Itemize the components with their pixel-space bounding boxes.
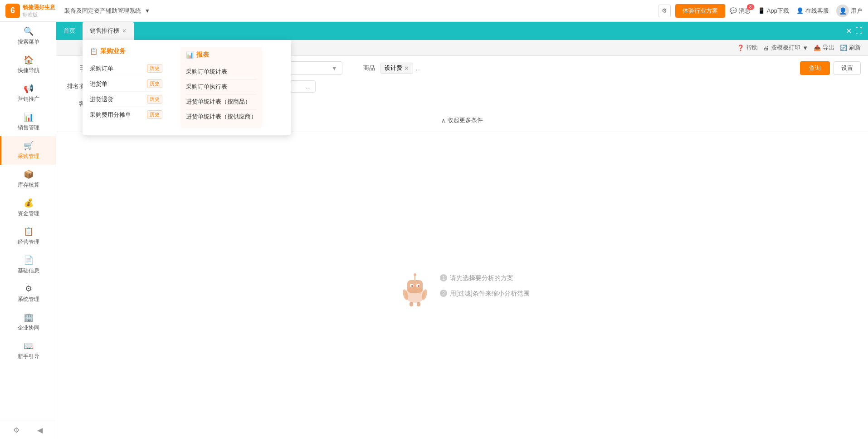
- help-icon: ❓: [737, 44, 744, 51]
- tab-sales-rank[interactable]: 销售排行榜 ✕: [83, 22, 134, 40]
- search-icon: 🔍: [24, 26, 34, 36]
- dropdown-item-incoming[interactable]: 进货单 历史: [90, 76, 162, 92]
- top-bar: 6 畅捷通好生意 标准版 装备及固定资产辅助管理系统 ▼ ⚙ 体验行业方案 💬 …: [0, 0, 868, 22]
- print-icon: 🖨: [763, 44, 769, 51]
- history-tag-3: 历史: [147, 110, 162, 119]
- empty-state: 1 请先选择要分析的方案 2 用[过滤]条件来缩小分析范围: [395, 267, 530, 304]
- main-layout: 🔍 搜索菜单 🏠 快捷导航 📢 营销推广 📊 销售管理 🛒 采购管理 📦 库存核…: [0, 22, 868, 439]
- settings-icon-btn[interactable]: ⚙: [658, 5, 671, 17]
- tab-bar: 首页 销售排行榜 ✕ 📋 采购业务: [56, 22, 868, 40]
- purchase-report-col: 📊 报表 采购订单统计表 采购订单执行表 进货单统计表（按商品） 进货单统计表（…: [180, 47, 262, 128]
- goods-dots[interactable]: ...: [416, 65, 421, 72]
- sales-icon: 📊: [24, 112, 34, 122]
- dropdown-report-3[interactable]: 进货单统计表（按商品）: [186, 94, 257, 109]
- sidebar: 🔍 搜索菜单 🏠 快捷导航 📢 营销推广 📊 销售管理 🛒 采购管理 📦 库存核…: [0, 22, 56, 439]
- help-btn[interactable]: ❓ 帮助: [737, 44, 758, 52]
- enterprise-icon: 🏢: [24, 312, 34, 322]
- dropdown-report-4[interactable]: 进货单统计表（按供应商）: [186, 109, 257, 124]
- sidebar-item-purchase[interactable]: 🛒 采购管理: [0, 136, 56, 165]
- dropdown-report-1[interactable]: 采购订单统计表: [186, 64, 257, 79]
- message-badge: 8: [747, 4, 754, 10]
- sidebar-item-search[interactable]: 🔍 搜索菜单: [0, 22, 56, 50]
- history-tag-0: 历史: [147, 64, 162, 73]
- inventory-icon: 📦: [24, 169, 34, 179]
- app-download-label: App下载: [767, 7, 789, 15]
- print-template-btn[interactable]: 🖨 按模板打印 ▼: [763, 44, 808, 52]
- sidebar-item-enterprise[interactable]: 🏢 企业协同: [0, 308, 56, 336]
- report-icon: 📊: [186, 51, 194, 59]
- user-name: 用户: [851, 7, 863, 15]
- sidebar-item-quick-nav[interactable]: 🏠 快捷导航: [0, 50, 56, 79]
- sidebar-item-basic-info[interactable]: 📄 基础信息: [0, 251, 56, 279]
- export-btn[interactable]: 📤 导出: [814, 44, 834, 52]
- query-button[interactable]: 查询: [800, 61, 830, 75]
- sidebar-label-sales: 销售管理: [18, 124, 39, 132]
- purchase-business-title: 📋 采购业务: [90, 47, 162, 55]
- home-icon: 🏠: [24, 55, 34, 65]
- goods-filter-label: 商品: [348, 64, 375, 72]
- messages-btn[interactable]: 💬 消息 8: [730, 7, 751, 15]
- purchase-dropdown-menu: 📋 采购业务 采购订单 历史 进货单 历史 进货退货: [83, 40, 291, 135]
- title-dropdown-arrow[interactable]: ▼: [145, 8, 150, 14]
- sidebar-label-operations: 经营管理: [18, 238, 39, 246]
- sidebar-item-system[interactable]: ⚙ 系统管理: [0, 279, 56, 308]
- export-icon: 📤: [814, 44, 821, 51]
- trial-button[interactable]: 体验行业方案: [675, 4, 725, 18]
- empty-illustration: [395, 267, 431, 304]
- tab-close-btn[interactable]: ✕: [846, 27, 852, 35]
- guide-icon: 📖: [24, 341, 34, 351]
- print-arrow: ▼: [802, 44, 808, 51]
- purchase-business-col: 📋 采购业务 采购订单 历史 进货单 历史 进货退货: [90, 47, 162, 128]
- logo-area: 6 畅捷通好生意 标准版: [5, 4, 60, 18]
- status-arrow: ▼: [332, 65, 337, 72]
- sidebar-item-guide[interactable]: 📖 新手引导: [0, 336, 56, 365]
- content-area: 首页 销售排行榜 ✕ 📋 采购业务: [56, 22, 868, 439]
- marketing-icon: 📢: [24, 84, 34, 94]
- sidebar-collapse-btn[interactable]: ◀: [37, 426, 43, 434]
- goods-filter-area: 设计费 ✕ ...: [380, 63, 421, 74]
- sidebar-label-system: 系统管理: [18, 296, 39, 303]
- top-right-area: 💬 消息 8 📱 App下载 👤 在线客服 👤 用户: [730, 5, 863, 17]
- sidebar-item-sales[interactable]: 📊 销售管理: [0, 108, 56, 136]
- empty-hint-2: 2 用[过滤]条件来缩小分析范围: [440, 287, 530, 300]
- system-title-text: 装备及固定资产辅助管理系统: [64, 7, 141, 15]
- dropdown-report-2[interactable]: 采购订单执行表: [186, 79, 257, 94]
- tab-sales-rank-close[interactable]: ✕: [122, 28, 127, 34]
- tab-home[interactable]: 首页: [56, 22, 83, 40]
- sidebar-item-finance[interactable]: 💰 资金管理: [0, 193, 56, 222]
- svg-rect-11: [417, 302, 420, 306]
- goods-tag-close[interactable]: ✕: [404, 65, 409, 72]
- refresh-btn[interactable]: 🔄 刷新: [840, 44, 861, 52]
- basic-info-icon: 📄: [24, 255, 34, 265]
- dropdown-item-purchase-order[interactable]: 采购订单 历史: [90, 61, 162, 76]
- dropdown-item-return[interactable]: 进货退货 历史: [90, 92, 162, 107]
- sidebar-label-finance: 资金管理: [18, 210, 39, 217]
- history-tag-2: 历史: [147, 95, 162, 104]
- finance-icon: 💰: [24, 198, 34, 208]
- system-icon: ⚙: [25, 284, 32, 294]
- system-title-area: 装备及固定资产辅助管理系统 ▼: [64, 7, 653, 15]
- online-service-btn[interactable]: 👤 在线客服: [796, 7, 829, 15]
- main-content: 1 请先选择要分析的方案 2 用[过滤]条件来缩小分析范围: [56, 132, 868, 439]
- purchase-icon: 🛒: [24, 141, 34, 151]
- sidebar-label-marketing: 营销推广: [18, 95, 39, 103]
- purchase-business-icon: 📋: [90, 48, 98, 55]
- purchase-report-title: 📊 报表: [186, 51, 257, 59]
- tab-home-label: 首页: [63, 27, 75, 35]
- sidebar-item-marketing[interactable]: 📢 营销推广: [0, 79, 56, 108]
- sidebar-label-search: 搜索菜单: [18, 38, 39, 46]
- refresh-icon: 🔄: [840, 44, 847, 51]
- sidebar-item-operations[interactable]: 📋 经营管理: [0, 222, 56, 251]
- sidebar-label-inventory: 库存核算: [18, 181, 39, 189]
- logo-text: 畅捷通好生意 标准版: [23, 4, 55, 18]
- set-button[interactable]: 设置: [834, 61, 861, 75]
- user-area[interactable]: 👤 用户: [836, 5, 863, 17]
- app-download-btn[interactable]: 📱 App下载: [758, 7, 789, 15]
- tab-expand-btn[interactable]: ⛶: [855, 27, 863, 35]
- tab-sales-rank-label: 销售排行榜: [90, 27, 119, 35]
- sidebar-label-quick-nav: 快捷导航: [18, 67, 39, 74]
- dropdown-item-expense[interactable]: 采购费用分摊单 历史: [90, 107, 162, 122]
- sidebar-item-inventory[interactable]: 📦 库存核算: [0, 165, 56, 193]
- salesperson-dots[interactable]: ...: [306, 83, 311, 90]
- sidebar-settings-btn[interactable]: ⚙: [13, 426, 20, 434]
